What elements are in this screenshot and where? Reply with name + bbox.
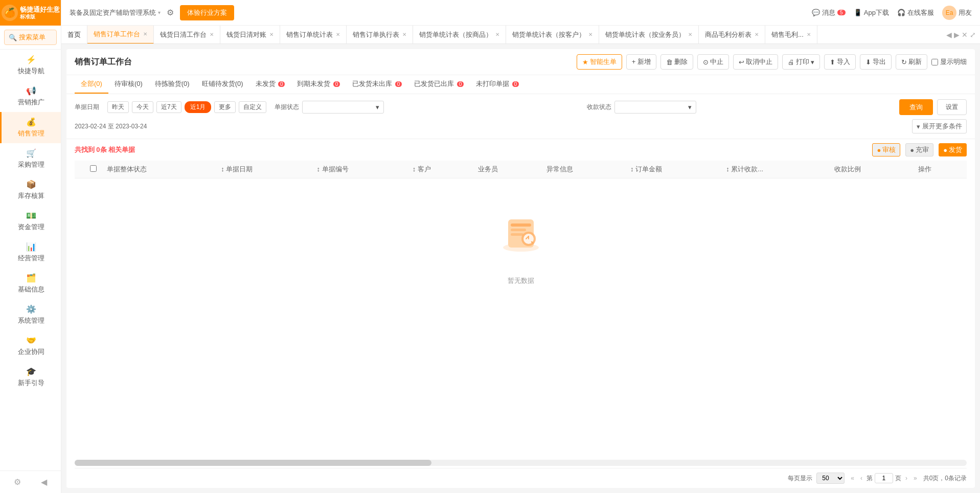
- sidebar-label-purchase: 采购管理: [18, 160, 44, 169]
- sidebar-item-sales[interactable]: 💰 销售管理: [0, 112, 61, 143]
- tab-sales-stat-close[interactable]: ✕: [336, 32, 340, 37]
- review-op-btn[interactable]: ● 审核: [872, 143, 900, 156]
- tab-sales-more-close[interactable]: ✕: [807, 32, 811, 37]
- tabs-fullscreen-btn[interactable]: ⤢: [970, 31, 976, 39]
- tab-gross-profit-close[interactable]: ✕: [755, 32, 759, 37]
- tab-summary-customer-close[interactable]: ✕: [588, 32, 592, 37]
- stop-btn[interactable]: ⊙ 中止: [697, 54, 729, 70]
- tab-gross-profit[interactable]: 商品毛利分析表 ✕: [699, 26, 765, 44]
- date-more-btn[interactable]: 更多: [214, 101, 236, 113]
- page-size-select[interactable]: 50 100 200: [816, 473, 845, 484]
- expand-conditions-btn[interactable]: ▾ 展开更多条件: [912, 119, 967, 133]
- import-btn[interactable]: ⬆ 导入: [824, 54, 856, 70]
- sub-tab-all[interactable]: 全部(0): [75, 75, 108, 94]
- tab-summary-product-close[interactable]: ✕: [495, 32, 499, 37]
- collapse-icon[interactable]: ◀: [41, 477, 47, 487]
- sub-tab-not-printed[interactable]: 未打印单据 0: [470, 75, 525, 94]
- page-prev-btn[interactable]: ‹: [858, 474, 864, 483]
- sub-tab-pending-review[interactable]: 待审核(0): [108, 75, 149, 94]
- sub-tab-shipped-stored[interactable]: 已发货已出库 0: [408, 75, 470, 94]
- table-scrollbar[interactable]: [75, 460, 967, 466]
- sub-tab-shipped-not-stored[interactable]: 已发货未出库 0: [346, 75, 408, 94]
- tab-summary-staff-close[interactable]: ✕: [688, 32, 692, 37]
- date-yesterday-btn[interactable]: 昨天: [107, 101, 129, 113]
- col-action-label: 操作: [918, 165, 931, 173]
- cancel-stop-btn[interactable]: ↩ 取消中止: [733, 54, 778, 70]
- trial-btn[interactable]: 体验行业方案: [180, 5, 234, 20]
- page-num-input[interactable]: [875, 473, 893, 483]
- gear-icon[interactable]: ⚙: [167, 8, 174, 17]
- sidebar-item-marketing[interactable]: 📢 营销推广: [0, 81, 61, 112]
- table-footer: 每页显示 50 100 200 « ‹ 第 页 › »: [75, 468, 967, 488]
- tab-sales-exec-close[interactable]: ✕: [402, 32, 406, 37]
- tab-sales-exec[interactable]: 销售订单执行表 ✕: [347, 26, 413, 44]
- search-menu-button[interactable]: 🔍 搜索菜单: [4, 30, 57, 45]
- table-scrollbar-thumb[interactable]: [75, 460, 431, 466]
- date-custom-btn[interactable]: 自定义: [239, 101, 266, 113]
- set-btn[interactable]: 设置: [937, 99, 967, 115]
- page-next-more-btn[interactable]: »: [911, 474, 919, 483]
- col-action: 操作: [913, 161, 967, 178]
- sidebar-item-enterprise[interactable]: 🤝 企业协同: [0, 330, 61, 362]
- show-detail-input[interactable]: [931, 59, 938, 65]
- tab-sales-summary-staff[interactable]: 销货单统计表（按业务员） ✕: [599, 26, 699, 44]
- tab-cash-reconcile[interactable]: 钱货日清对账 ✕: [220, 26, 280, 44]
- show-detail-checkbox[interactable]: 显示明细: [931, 57, 967, 66]
- date-last1m-btn[interactable]: 近1月: [185, 101, 212, 113]
- col-exception-label: 异常信息: [546, 165, 573, 173]
- tab-cash-reconcile-close[interactable]: ✕: [269, 32, 274, 37]
- sub-tab-expired[interactable]: 到期未发货 0: [291, 75, 346, 94]
- svg-rect-4: [511, 233, 523, 236]
- page-prev-more-btn[interactable]: «: [849, 474, 856, 483]
- status-select[interactable]: ▾: [302, 101, 384, 114]
- tab-sales-order-close[interactable]: ✕: [143, 31, 147, 37]
- delete-btn[interactable]: 🗑 删除: [660, 54, 693, 70]
- sidebar-item-finance[interactable]: 💵 资金管理: [0, 206, 61, 237]
- expand-label: 展开更多条件: [922, 122, 962, 131]
- sidebar-item-system[interactable]: ⚙️ 系统管理: [0, 299, 61, 330]
- tab-sales-summary-product[interactable]: 销货单统计表（按商品） ✕: [413, 26, 506, 44]
- tab-cash-daily[interactable]: 钱货日清工作台 ✕: [154, 26, 220, 44]
- settings-icon[interactable]: ⚙: [14, 477, 21, 487]
- sidebar-item-inventory[interactable]: 📦 库存核算: [0, 174, 61, 206]
- export-btn[interactable]: ⬇ 导出: [860, 54, 892, 70]
- payment-select[interactable]: ▾: [614, 101, 696, 114]
- system-title-dropdown[interactable]: 装备及固定资产辅助管理系统 ▾: [70, 8, 161, 17]
- tab-sales-more[interactable]: 销售毛利... ✕: [765, 26, 817, 44]
- sidebar-item-newbie[interactable]: 🎓 新手引导: [0, 362, 61, 393]
- send-op-btn[interactable]: ● 发货: [939, 143, 967, 156]
- tab-gross-profit-label: 商品毛利分析表: [705, 30, 751, 39]
- page-next-btn[interactable]: ›: [903, 474, 909, 483]
- select-all-checkbox[interactable]: [90, 165, 97, 172]
- print-btn[interactable]: 🖨 打印 ▾: [782, 54, 820, 70]
- sidebar-item-quick-nav[interactable]: ⚡ 快捷导航: [0, 50, 61, 81]
- tab-sales-order[interactable]: 销售订单工作台 ✕: [87, 26, 154, 44]
- date-today-btn[interactable]: 今天: [132, 101, 153, 113]
- sidebar-label-marketing: 营销推广: [18, 98, 44, 107]
- user-item[interactable]: Ea 用友: [942, 6, 972, 20]
- sidebar-item-purchase[interactable]: 🛒 采购管理: [0, 143, 61, 174]
- query-btn[interactable]: 查询: [899, 99, 933, 115]
- sub-tab-pending-check[interactable]: 待拣验货(0): [149, 75, 196, 94]
- add-btn[interactable]: + 新增: [626, 54, 656, 70]
- message-item[interactable]: 💬 消息 5: [812, 8, 846, 17]
- col-drag: [75, 161, 85, 178]
- shipped-stored-badge: 0: [457, 81, 464, 87]
- tab-home[interactable]: 首页: [61, 26, 87, 44]
- date-last7-btn[interactable]: 近7天: [156, 101, 181, 113]
- sidebar-item-operation[interactable]: 📊 经营管理: [0, 237, 61, 268]
- sub-tab-wangpu[interactable]: 旺铺待发货(0): [196, 75, 249, 94]
- tabs-prev-btn[interactable]: ◀: [946, 31, 952, 39]
- tab-sales-stat[interactable]: 销售订单统计表 ✕: [280, 26, 347, 44]
- tab-cash-daily-close[interactable]: ✕: [210, 32, 214, 37]
- tab-sales-summary-customer[interactable]: 销货单统计表（按客户） ✕: [506, 26, 599, 44]
- refresh-btn[interactable]: ↻ 刷新: [896, 54, 927, 70]
- uncheck-op-btn[interactable]: ● 充审: [905, 143, 933, 156]
- sidebar-item-basic[interactable]: 🗂️ 基础信息: [0, 268, 61, 299]
- app-download-item[interactable]: 📱 App下载: [854, 8, 889, 17]
- smart-create-btn[interactable]: ★ 智能生单: [577, 54, 622, 70]
- sub-tab-not-shipped[interactable]: 未发货 0: [249, 75, 291, 94]
- tabs-next-btn[interactable]: ▶: [954, 31, 960, 39]
- tabs-close-all-btn[interactable]: ✕: [962, 31, 968, 39]
- online-service-item[interactable]: 🎧 在线客服: [897, 8, 934, 17]
